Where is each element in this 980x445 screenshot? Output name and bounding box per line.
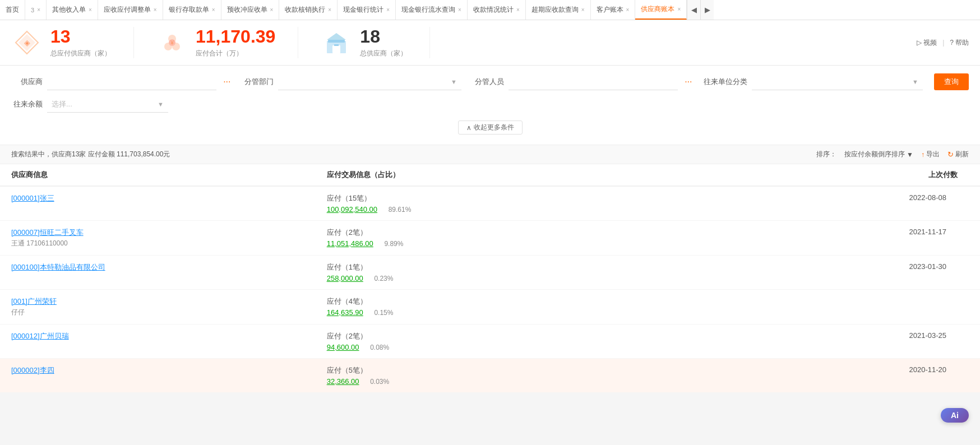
dept-label: 分管部门 [242, 77, 274, 87]
help-link[interactable]: ? 帮助 [950, 38, 969, 48]
supplier-link-4[interactable]: [000012]广州贝瑞 [11, 331, 327, 341]
table-row: [000100]本特勒油品有限公司 应付（1笔） 258,000.00 0.23… [0, 256, 980, 290]
close-icon-collection[interactable]: × [328, 7, 331, 13]
nav-label-adjustment: 应收应付调整单 [104, 5, 151, 15]
supplier-cell-0: [000001]张三 [11, 193, 327, 203]
svg-marker-10 [327, 33, 346, 40]
close-icon-prepay[interactable]: × [270, 7, 274, 13]
close-icon-customer-ledger[interactable]: × [626, 7, 630, 13]
refresh-label: 刷新 [955, 150, 969, 159]
refresh-button[interactable]: ↻ 刷新 [947, 150, 969, 159]
close-icon-other-income[interactable]: × [89, 7, 92, 13]
nav-next-arrow[interactable]: ▶ [700, 0, 714, 20]
nav-item-payment-stats[interactable]: 收款情况统计 × [468, 0, 526, 20]
collapse-button[interactable]: ∧ 收起更多条件 [458, 120, 523, 135]
tx-amount-5[interactable]: 32,366.00 [327, 377, 359, 386]
filter-row-1: 供应商 ··· 分管部门 ▼ 分管人员 ··· 往来单位分类 ▼ 查询 [11, 73, 969, 90]
data-table: 供应商信息 应付交易信息（占比） 上次付数 [000001]张三 应付（15笔）… [0, 164, 980, 393]
export-button[interactable]: ↑ 导出 [921, 150, 940, 159]
tx-amount-row-3: 164,635.90 0.15% [327, 308, 747, 317]
nav-item-other-income[interactable]: 其他收入单 × [47, 0, 98, 20]
store-icon [321, 27, 352, 58]
tx-amount-2[interactable]: 258,000.00 [327, 274, 363, 282]
nav-item-customer-ledger[interactable]: 客户账本 × [591, 0, 636, 20]
result-summary: 搜索结果中，供应商13家 应付金额 111,703,854.00元 [11, 150, 170, 159]
svg-text:¥: ¥ [170, 40, 174, 46]
supplier-link-0[interactable]: [000001]张三 [11, 193, 327, 203]
supplier-dots[interactable]: ··· [223, 77, 230, 87]
query-button[interactable]: 查询 [934, 73, 969, 90]
nav-item-cash-flow[interactable]: 现金银行流水查询 × [396, 0, 468, 20]
table-row: [001]广州荣轩 仔仔 应付（4笔） 164,635.90 0.15% [0, 290, 980, 325]
filter-dept: 分管部门 ▼ [242, 73, 462, 90]
tx-pct-0: 89.61% [389, 206, 412, 214]
export-label: 导出 [926, 150, 940, 159]
last-pay-cell-5: 2020-11-20 [747, 365, 969, 374]
balance-select[interactable]: 选择... ▼ [47, 96, 168, 113]
tx-pct-1: 9.89% [384, 240, 403, 248]
close-icon-supplier-ledger[interactable]: × [677, 6, 681, 12]
nav-item-supplier-ledger[interactable]: 供应商账本 × [635, 0, 687, 20]
svg-rect-12 [334, 44, 339, 46]
supplier-link-1[interactable]: [000007]恒旺二手叉车 [11, 228, 327, 238]
tx-amount-4[interactable]: 94,600.00 [327, 343, 359, 351]
transaction-cell-2: 应付（1笔） 258,000.00 0.23% [327, 262, 747, 282]
nav-item-bank-deposit[interactable]: 银行存取款单 × [163, 0, 221, 20]
svg-rect-9 [328, 40, 345, 43]
stat-info-total: 11,170.39 应付合计（万） [196, 27, 275, 58]
supplier-link-2[interactable]: [000100]本特勒油品有限公司 [11, 262, 327, 272]
supplier-cell-3: [001]广州荣轩 仔仔 [11, 296, 327, 317]
category-chevron-down-icon: ▼ [912, 78, 918, 85]
video-link[interactable]: ▷ 视频 [917, 38, 937, 48]
close-icon-bank-deposit[interactable]: × [212, 7, 215, 13]
tx-amount-0[interactable]: 100,092,540.00 [327, 205, 377, 214]
tx-amount-3[interactable]: 164,635.90 [327, 308, 363, 317]
balance-select-text: 选择... [52, 99, 158, 109]
filter-balance: 往来余额 选择... ▼ [11, 96, 168, 113]
help-icon: ? [950, 39, 954, 47]
svg-rect-11 [332, 45, 340, 53]
tx-pct-4: 0.08% [370, 344, 389, 351]
nav-item-home[interactable]: 首页 [0, 0, 25, 20]
category-select[interactable]: ▼ [752, 73, 923, 90]
supplier-link-3[interactable]: [001]广州荣轩 [11, 296, 327, 307]
tx-label-4: 应付（2笔） [327, 331, 747, 341]
tx-amount-1[interactable]: 11,051,486.00 [327, 239, 373, 248]
sort-select[interactable]: 按应付余额倒序排序 ▼ [844, 150, 913, 159]
tx-label-5: 应付（5笔） [327, 365, 747, 376]
transaction-cell-0: 应付（15笔） 100,092,540.00 89.61% [327, 193, 747, 214]
nav-label-other-income: 其他收入单 [52, 5, 86, 15]
last-pay-date-0: 2022-08-08 [747, 193, 958, 202]
close-icon-payment-stats[interactable]: × [516, 7, 520, 13]
close-icon-cash-stats[interactable]: × [386, 7, 390, 13]
close-icon-3[interactable]: × [37, 7, 40, 13]
supplier-sub-1: 王通 17106110000 [11, 239, 327, 248]
close-icon-cash-flow[interactable]: × [458, 7, 461, 13]
last-pay-date-1: 2021-11-17 [747, 228, 958, 236]
supplier-input[interactable] [47, 73, 216, 90]
sort-value-text: 按应付余额倒序排序 [844, 150, 905, 159]
nav-item-3[interactable]: 3 × [25, 0, 47, 20]
help-links: ▷ 视频 | ? 帮助 [917, 38, 969, 48]
supplier-link-5[interactable]: [000002]李四 [11, 365, 327, 376]
nav-item-cash-stats[interactable]: 现金银行统计 × [338, 0, 396, 20]
nav-item-adjustment[interactable]: 应收应付调整单 × [98, 0, 163, 20]
dept-select[interactable]: ▼ [278, 73, 462, 90]
nav-item-prepay[interactable]: 预收冲应收单 × [221, 0, 280, 20]
nav-item-overdue[interactable]: 超期应收款查询 × [526, 0, 591, 20]
svg-text:◈: ◈ [24, 38, 30, 47]
nav-label-supplier-ledger: 供应商账本 [641, 4, 674, 14]
table-row: [000012]广州贝瑞 应付（2笔） 94,600.00 0.08% 2021… [0, 325, 980, 359]
nav-item-collection[interactable]: 收款核销执行 × [279, 0, 338, 20]
person-input[interactable] [509, 73, 678, 90]
filter-row-2: 往来余额 选择... ▼ [11, 96, 168, 113]
nav-label-customer-ledger: 客户账本 [597, 5, 623, 15]
table-header: 供应商信息 应付交易信息（占比） 上次付数 [0, 164, 980, 187]
last-pay-cell-0: 2022-08-08 [747, 193, 969, 202]
supplier-sub-3: 仔仔 [11, 308, 327, 317]
diamond-icon: ◈ [11, 27, 43, 58]
person-dots[interactable]: ··· [685, 77, 692, 87]
close-icon-overdue[interactable]: × [581, 7, 585, 13]
close-icon-adjustment[interactable]: × [154, 7, 157, 13]
nav-prev-arrow[interactable]: ◀ [687, 0, 700, 20]
